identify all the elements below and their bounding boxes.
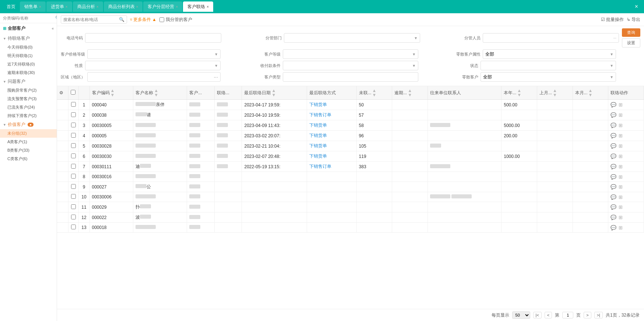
dept-select[interactable]: ▼ <box>284 33 420 43</box>
message-action-icon[interactable]: 💬 <box>610 133 616 138</box>
nav-tab-purchase[interactable]: 进货单 × <box>46 1 72 12</box>
col-last-month-header[interactable]: 上月... ▲▼ <box>537 86 573 100</box>
message-action-icon[interactable]: 💬 <box>610 225 616 230</box>
grid-action-icon[interactable]: ⊞ <box>619 184 623 190</box>
collapse-icon[interactable]: « <box>52 27 54 31</box>
row-checkbox[interactable] <box>71 123 76 127</box>
col-settings[interactable]: ⚙ <box>57 86 68 100</box>
contact-method-link[interactable]: 下销货单 <box>309 133 327 138</box>
col-company-contact-header[interactable]: 往来单位联系人 <box>427 86 501 100</box>
col-contact-header[interactable]: 联络... <box>214 86 242 100</box>
phone-input[interactable] <box>85 33 221 43</box>
contact-method-link[interactable]: 下销售订单 <box>309 164 331 169</box>
pending-group-title[interactable]: ▼ 待联络客户 <box>0 34 57 43</box>
message-action-icon[interactable]: 💬 <box>610 174 616 180</box>
nav-tab-customer-mgmt[interactable]: 客户分层经营 × <box>143 1 182 12</box>
customer-type-select[interactable] <box>283 72 418 82</box>
my-customers-check[interactable] <box>159 17 164 22</box>
value-group-title[interactable]: ▼ 价值客户 ● <box>0 120 57 129</box>
nav-tab-sales[interactable]: 销售单 × <box>20 1 46 12</box>
grid-action-icon[interactable]: ⊞ <box>619 174 623 180</box>
reset-button[interactable]: 设置 <box>622 38 640 47</box>
row-checkbox[interactable] <box>71 112 76 117</box>
retail-customer-select[interactable]: 全部 ▼ <box>481 72 616 82</box>
sidebar-item-abnormal[interactable]: 囤购异常客户(2) <box>0 86 57 95</box>
grid-action-icon[interactable]: ⊞ <box>619 154 623 159</box>
category-search-input[interactable] <box>3 16 54 20</box>
sidebar-item-c-class[interactable]: C类客户(6) <box>0 155 57 163</box>
message-action-icon[interactable]: 💬 <box>610 102 616 107</box>
row-checkbox[interactable] <box>71 204 76 209</box>
message-action-icon[interactable]: 💬 <box>610 184 616 190</box>
all-customers-section[interactable]: ⊞ 全部客户 « <box>0 23 57 34</box>
col-this-month-header[interactable]: 本月... ▲▼ <box>573 86 608 100</box>
check-all-input[interactable] <box>71 90 75 95</box>
nav-home[interactable]: 首页 <box>3 4 19 10</box>
retail-attr-select[interactable]: 全部 ▼ <box>483 49 616 59</box>
col-type-header[interactable]: 客户... <box>187 86 215 100</box>
nav-tab-analysis[interactable]: 商品分析 × <box>73 1 103 12</box>
contact-method-link[interactable]: 下销货单 <box>309 123 327 128</box>
contact-method-link[interactable]: 下销货单 <box>309 102 327 107</box>
sidebar-item-overdue-pending[interactable]: 逾期未联络(30) <box>0 68 57 77</box>
status-select[interactable]: ▼ <box>481 61 616 70</box>
close-icon[interactable]: × <box>207 5 209 9</box>
grid-action-icon[interactable]: ⊞ <box>619 143 623 149</box>
row-checkbox[interactable] <box>71 225 76 229</box>
sidebar-item-tomorrow-pending[interactable]: 明天待联络(1) <box>0 52 57 60</box>
price-level-select[interactable]: ▼ <box>87 49 221 59</box>
grid-action-icon[interactable]: ⊞ <box>619 102 623 107</box>
grid-action-icon[interactable]: ⊞ <box>619 133 623 138</box>
message-action-icon[interactable]: 💬 <box>610 112 616 118</box>
payment-select[interactable]: ▼ <box>283 61 418 70</box>
close-icon[interactable]: × <box>176 5 178 9</box>
message-action-icon[interactable]: 💬 <box>610 154 616 159</box>
close-all-icon[interactable]: × <box>632 3 641 10</box>
row-checkbox[interactable] <box>71 215 76 219</box>
customer-level-select[interactable]: ▼ <box>283 49 418 59</box>
main-search-input[interactable] <box>63 17 117 22</box>
row-checkbox[interactable] <box>71 102 76 107</box>
sidebar-item-b-class[interactable]: B类客户(33) <box>0 146 57 155</box>
close-icon[interactable]: × <box>96 5 99 9</box>
row-checkbox[interactable] <box>71 133 76 138</box>
close-icon[interactable]: × <box>136 5 138 9</box>
next-page-btn[interactable]: > <box>584 312 591 318</box>
page-size-select[interactable]: 50 100 200 <box>512 311 530 319</box>
grid-action-icon[interactable]: ⊞ <box>619 123 623 128</box>
col-this-year-header[interactable]: 本年... ▲▼ <box>502 86 537 100</box>
col-no-contact-header[interactable]: 未联... ▲▼ <box>356 86 392 100</box>
prev-page-btn[interactable]: < <box>545 312 552 318</box>
query-button[interactable]: 查询 <box>622 28 640 37</box>
col-last-method-header[interactable]: 最后联络方式 <box>307 86 356 100</box>
row-checkbox[interactable] <box>71 174 76 179</box>
sidebar-item-a-class[interactable]: A类客户(1) <box>0 138 57 146</box>
sidebar-item-declining[interactable]: 持续下滑客户(2) <box>0 112 57 120</box>
sidebar-item-7days-pending[interactable]: 近7天待联络(0) <box>0 60 57 68</box>
col-check-all[interactable] <box>68 86 78 100</box>
nature-select[interactable]: ▼ <box>85 61 221 70</box>
first-page-btn[interactable]: |< <box>533 312 542 318</box>
grid-action-icon[interactable]: ⊞ <box>619 194 623 200</box>
row-checkbox[interactable] <box>71 143 76 148</box>
grid-action-icon[interactable]: ⊞ <box>619 164 623 169</box>
col-code-header[interactable]: 客户编码 ▲▼ <box>89 86 133 100</box>
more-conditions-btn[interactable]: ▿ 更多条件 ▲ <box>130 17 156 23</box>
search-icon[interactable]: 🔍 <box>119 17 124 22</box>
sidebar-item-ungroup[interactable]: 未分组(32) <box>0 129 57 138</box>
message-action-icon[interactable]: 💬 <box>610 194 616 200</box>
manager-select[interactable]: ··· <box>483 33 619 43</box>
sidebar-item-churn-warning[interactable]: 流失预警客户(3) <box>0 95 57 103</box>
col-name-header[interactable]: 客户名称 ▲▼ <box>133 86 187 100</box>
contact-method-link[interactable]: 下销售订单 <box>309 112 331 117</box>
grid-action-icon[interactable]: ⊞ <box>619 204 623 210</box>
nav-tab-analysis-list[interactable]: 商品分析列表 × <box>104 1 143 12</box>
nav-tab-customer-contact[interactable]: 客户联络 × <box>183 1 213 12</box>
col-overdue-header[interactable]: 逾期... ▲▼ <box>392 86 428 100</box>
row-checkbox[interactable] <box>71 164 76 169</box>
message-action-icon[interactable]: 💬 <box>610 143 616 149</box>
contact-method-link[interactable]: 下销货单 <box>309 143 327 148</box>
problem-group-title[interactable]: ▼ 问题客户 <box>0 77 57 86</box>
col-last-date-header[interactable]: 最后联络日期 ▲▼ <box>242 86 307 100</box>
row-checkbox[interactable] <box>71 154 76 158</box>
